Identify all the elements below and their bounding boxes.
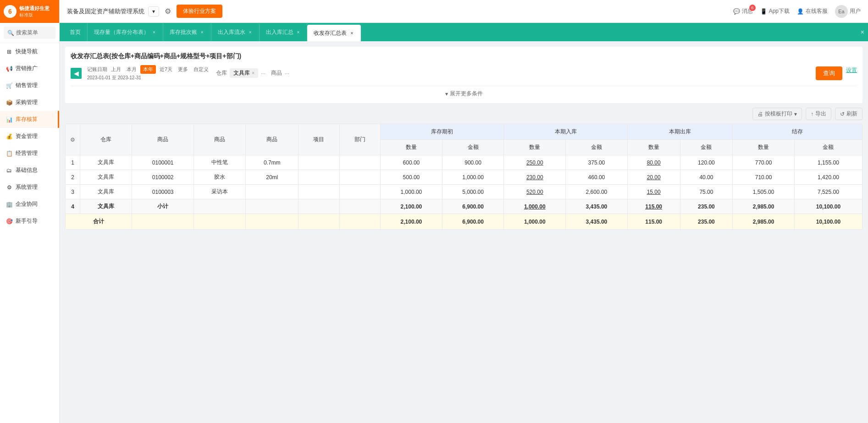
row2-open-qty: 500.00 <box>381 170 442 185</box>
app-download-action[interactable]: 📱 App下载 <box>760 7 790 15</box>
data-table: ⚙ 仓库 商品 商品 商品 项目 部门 库存期初 本期入库 本期出库 结存 <box>65 124 862 230</box>
warehouse-filter: 仓库 文具库 × ··· <box>216 68 265 78</box>
page-content: 收发存汇总表(按仓库+商品编码+商品+规格型号+项目+部门) ◀ 记账日期 上月… <box>60 41 868 423</box>
table-row: 3 文具库 0100003 采访本 1,000.00 5,000.00 520.… <box>66 185 862 199</box>
date-filter-label: 记账日期 <box>87 66 107 73</box>
col-out-amt-header: 金额 <box>680 140 733 155</box>
sidebar-item-enterprise[interactable]: 🏢 企业协同 <box>0 196 59 213</box>
sidebar-item-inventory[interactable]: 📊 库存核算 <box>0 111 59 128</box>
tab-recv-send[interactable]: 收发存汇总表 × <box>307 25 361 41</box>
page-title: 收发存汇总表(按仓库+商品编码+商品+规格型号+项目+部门) <box>71 52 857 60</box>
date-more-button[interactable]: 更多 <box>176 65 190 74</box>
tab-stock-dist[interactable]: 现存量（库存分布表） × <box>88 23 163 41</box>
sidebar-item-purchase[interactable]: 📦 采购管理 <box>0 94 59 111</box>
top-header: 装备及固定资产辅助管理系统 ▾ ⚙ 体验行业方案 💬 消息 6 📱 App下载 … <box>60 0 868 23</box>
warehouse-tag-close[interactable]: × <box>252 71 254 76</box>
tab-batch[interactable]: 库存批次账 × <box>163 23 211 41</box>
sidebar-item-quick-nav[interactable]: ⊞ 快捷导航 <box>0 43 59 60</box>
tab-flow[interactable]: 出入库流水 × <box>211 23 260 41</box>
row1-out-qty[interactable]: 80.00 <box>627 155 680 170</box>
warehouse-filter-label: 仓库 <box>216 69 227 77</box>
header-settings-button[interactable]: ⚙ <box>163 5 173 17</box>
table-settings-icon[interactable]: ⚙ <box>70 137 75 143</box>
date-this-year-button[interactable]: 本年 <box>140 65 156 74</box>
col-open-amt-header: 金额 <box>442 140 504 155</box>
row1-spec: 0.7mm <box>246 155 299 170</box>
sidebar-nav: ⊞ 快捷导航 📢 营销推广 🛒 销售管理 📦 采购管理 📊 库存核算 💰 资金管… <box>0 43 59 423</box>
system-dropdown-button[interactable]: ▾ <box>148 6 159 16</box>
row1-close-amt: 1,155.00 <box>794 155 862 170</box>
sidebar-item-system[interactable]: ⚙ 系统管理 <box>0 179 59 196</box>
tab-home[interactable]: 首页 <box>63 23 88 41</box>
row2-out-amt: 40.00 <box>680 170 733 185</box>
warehouse-tag: 文具库 × <box>230 68 258 78</box>
date-last-month-button[interactable]: 上月 <box>109 65 123 74</box>
tab-close-flow[interactable]: × <box>248 30 253 35</box>
sidebar-item-operations[interactable]: 📋 经营管理 <box>0 145 59 162</box>
row1-in-qty[interactable]: 250.00 <box>504 155 566 170</box>
sidebar: 6 畅捷通好生意 标准版 🔍 搜索菜单 ⊞ 快捷导航 📢 营销推广 🛒 销售管理… <box>0 0 60 423</box>
user-action[interactable]: Ea 用户 <box>835 5 861 18</box>
query-button[interactable]: 查询 <box>816 66 842 80</box>
row1-no: 1 <box>66 155 80 170</box>
table-footer-row: 合计 2,100.00 6,900.00 1,000.00 3,435.00 1… <box>66 214 862 230</box>
footer-out-qty: 115.00 <box>627 214 680 230</box>
tabs-close-all-button[interactable]: × <box>861 28 864 36</box>
row1-open-amt: 900.00 <box>442 155 504 170</box>
tab-close-stock-dist[interactable]: × <box>152 30 156 35</box>
row3-name: 采访本 <box>194 185 246 199</box>
row1-out-amt: 120.00 <box>680 155 733 170</box>
sidebar-item-marketing[interactable]: 📢 营销推广 <box>0 60 59 77</box>
warehouse-more-button[interactable]: ··· <box>261 70 265 77</box>
refresh-button[interactable]: ↺ 刷新 <box>835 108 862 120</box>
sidebar-item-basic[interactable]: 🗂 基础信息 <box>0 162 59 179</box>
data-table-container: ⚙ 仓库 商品 商品 商品 项目 部门 库存期初 本期入库 本期出库 结存 <box>65 124 862 230</box>
messages-badge: 6 <box>749 5 756 11</box>
row3-dept <box>339 185 380 199</box>
filter-expand-button[interactable]: ▾ 展开更多条件 <box>71 86 857 98</box>
marketing-icon: 📢 <box>6 65 13 72</box>
header-right: 💬 消息 6 📱 App下载 👤 在线客服 Ea 用户 <box>733 5 861 18</box>
sidebar-item-finance[interactable]: 💰 资金管理 <box>0 128 59 145</box>
row2-warehouse: 文具库 <box>80 170 132 185</box>
row1-close-qty: 770.00 <box>733 155 795 170</box>
tab-summary[interactable]: 出入库汇总 × <box>260 23 308 41</box>
subtotal-empty4 <box>339 199 380 214</box>
tab-close-summary[interactable]: × <box>296 30 301 35</box>
col-close-amt-header: 金额 <box>794 140 862 155</box>
refresh-icon: ↺ <box>840 111 845 117</box>
subtotal-out-qty[interactable]: 115.00 <box>627 199 680 214</box>
row3-no: 3 <box>66 185 80 199</box>
row2-code: 0100002 <box>132 170 194 185</box>
goods-more-button[interactable]: ··· <box>285 70 289 77</box>
date-buttons: 记账日期 上月 本月 本年 近7天 更多 自定义 <box>87 65 210 74</box>
col-in-header: 本期入库 <box>504 124 627 140</box>
row2-in-qty[interactable]: 230.00 <box>504 170 566 185</box>
footer-label: 合计 <box>66 214 132 230</box>
search-menu-button[interactable]: 🔍 搜索菜单 <box>4 27 55 39</box>
date-this-month-button[interactable]: 本月 <box>125 65 138 74</box>
tab-close-batch[interactable]: × <box>200 30 205 35</box>
date-custom-button[interactable]: 自定义 <box>192 65 210 74</box>
settings-link[interactable]: 设置 <box>846 66 857 74</box>
col-in-amt-header: 金额 <box>566 140 628 155</box>
online-service-action[interactable]: 👤 在线客服 <box>797 7 828 15</box>
date-7days-button[interactable]: 近7天 <box>158 65 174 74</box>
row1-name: 中性笔 <box>194 155 246 170</box>
messages-action[interactable]: 💬 消息 6 <box>733 7 753 15</box>
sidebar-item-guide[interactable]: 🎯 新手引导 <box>0 213 59 230</box>
print-button[interactable]: 🖨 按模板打印 ▾ <box>752 108 802 120</box>
export-button[interactable]: ↑ 导出 <box>806 108 831 120</box>
col-out-qty-header: 数量 <box>627 140 680 155</box>
col-goods-spec-header: 商品 <box>246 124 299 155</box>
experience-button[interactable]: 体验行业方案 <box>177 5 222 18</box>
sidebar-item-sales[interactable]: 🛒 销售管理 <box>0 77 59 94</box>
goods-filter: 商品 ··· <box>271 69 289 77</box>
subtotal-in-qty[interactable]: 1,000.00 <box>504 199 566 214</box>
row3-out-qty[interactable]: 15.00 <box>627 185 680 199</box>
row3-in-qty[interactable]: 520.00 <box>504 185 566 199</box>
filter-collapse-button[interactable]: ◀ <box>71 68 82 79</box>
tab-close-recv-send[interactable]: × <box>349 31 354 36</box>
row2-out-qty[interactable]: 20.00 <box>627 170 680 185</box>
col-goods-code-header: 商品 <box>132 124 194 155</box>
